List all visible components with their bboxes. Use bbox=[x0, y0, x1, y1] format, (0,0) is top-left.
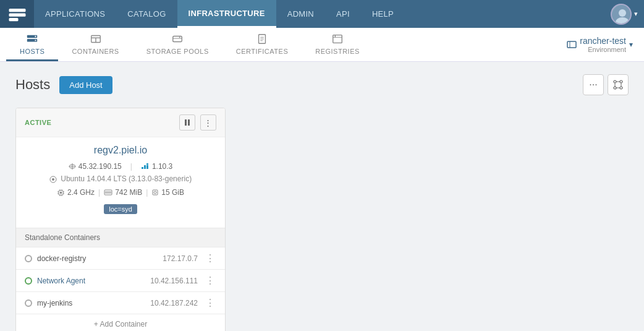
container-ip: 10.42.156.111 bbox=[150, 277, 198, 285]
svg-rect-42 bbox=[146, 165, 148, 167]
svg-point-27 bbox=[614, 87, 616, 89]
svg-point-45 bbox=[52, 178, 54, 181]
logo[interactable] bbox=[0, 0, 34, 28]
env-icon bbox=[567, 40, 577, 49]
host-card: ACTIVE ⋮ regv2.piel.io bbox=[15, 108, 226, 331]
host-storage: 15 GiB bbox=[151, 188, 184, 197]
svg-rect-62 bbox=[153, 190, 158, 195]
host-memory: 742 MiB bbox=[104, 188, 142, 197]
subnav-registries[interactable]: REGISTRIES bbox=[302, 28, 373, 61]
add-host-button[interactable]: Add Host bbox=[59, 76, 112, 94]
svg-point-15 bbox=[179, 37, 180, 38]
container-menu-button[interactable]: ⋮ bbox=[204, 252, 216, 264]
svg-point-9 bbox=[35, 40, 36, 41]
env-info: rancher-test Environment bbox=[580, 36, 626, 53]
toolbar-right: ··· bbox=[583, 74, 629, 95]
nav-items: APPLICATIONS CATALOG INFRASTRUCTURE ADMI… bbox=[34, 0, 611, 28]
host-card-body: regv2.piel.io 45.32.190.15 | bbox=[16, 137, 225, 228]
page-title: Hosts bbox=[15, 77, 50, 93]
host-cpu: 2.4 GHz bbox=[57, 188, 95, 197]
more-options-button[interactable]: ··· bbox=[583, 74, 604, 95]
svg-rect-33 bbox=[185, 119, 187, 126]
container-menu-button[interactable]: ⋮ bbox=[204, 275, 216, 286]
container-menu-button[interactable]: ⋮ bbox=[204, 297, 216, 309]
os-icon bbox=[49, 176, 57, 183]
svg-rect-34 bbox=[188, 119, 190, 126]
nav-infrastructure[interactable]: INFRASTRUCTURE bbox=[177, 0, 276, 28]
page-header: Hosts Add Host ··· bbox=[15, 74, 629, 95]
sub-nav: HOSTS CONTAINERS STORAGE POOLS CERTIFICA… bbox=[0, 28, 644, 62]
container-ip: 10.42.187.242 bbox=[150, 299, 198, 307]
container-row[interactable]: Network Agent 10.42.156.111 ⋮ bbox=[16, 269, 225, 291]
containers-section-header: Standalone Containers bbox=[16, 228, 225, 247]
pause-icon bbox=[184, 119, 190, 126]
standalone-containers: Standalone Containers docker-registry 17… bbox=[16, 228, 225, 331]
nav-api[interactable]: API bbox=[325, 0, 361, 28]
subnav-containers[interactable]: CONTAINERS bbox=[58, 28, 132, 61]
svg-rect-41 bbox=[144, 165, 146, 167]
add-container-button[interactable]: + Add Container bbox=[16, 314, 225, 331]
environment-selector[interactable]: rancher-test Environment ▾ bbox=[562, 33, 638, 56]
host-stats-row: 2.4 GHz | 742 MiB | bbox=[25, 188, 216, 197]
user-menu: ▾ bbox=[611, 4, 638, 25]
main-content: Hosts Add Host ··· ACTI bbox=[0, 62, 644, 331]
containers-icon bbox=[90, 33, 102, 45]
disk-icon bbox=[151, 189, 159, 196]
subnav-hosts[interactable]: HOSTS bbox=[6, 28, 58, 61]
user-menu-chevron[interactable]: ▾ bbox=[634, 10, 638, 18]
svg-rect-43 bbox=[146, 163, 148, 165]
env-selector-area: rancher-test Environment ▾ bbox=[562, 28, 638, 61]
top-nav: APPLICATIONS CATALOG INFRASTRUCTURE ADMI… bbox=[0, 0, 644, 28]
svg-rect-40 bbox=[146, 167, 148, 169]
hosts-icon bbox=[26, 33, 38, 45]
nav-applications[interactable]: APPLICATIONS bbox=[34, 0, 116, 28]
svg-rect-47 bbox=[60, 192, 62, 194]
svg-rect-23 bbox=[567, 41, 576, 48]
container-name[interactable]: docker-registry bbox=[37, 254, 163, 263]
graph-icon bbox=[613, 80, 623, 90]
host-status-badge: ACTIVE bbox=[25, 119, 179, 126]
host-os: Ubuntu 14.04.4 LTS (3.13.0-83-generic) bbox=[25, 174, 216, 183]
container-status-dot bbox=[25, 277, 32, 285]
host-pause-button[interactable] bbox=[179, 114, 195, 131]
certificates-icon bbox=[256, 33, 268, 45]
nav-admin[interactable]: ADMIN bbox=[276, 0, 325, 28]
host-ip: 45.32.190.15 bbox=[69, 162, 122, 171]
container-row[interactable]: my-jenkins 10.42.187.242 ⋮ bbox=[16, 291, 225, 314]
svg-rect-38 bbox=[142, 167, 143, 169]
container-row[interactable]: docker-registry 172.17.0.7 ⋮ bbox=[16, 247, 225, 269]
container-name[interactable]: Network Agent bbox=[37, 277, 150, 285]
avatar[interactable] bbox=[611, 4, 632, 25]
svg-point-26 bbox=[620, 80, 622, 83]
host-name[interactable]: regv2.piel.io bbox=[25, 145, 216, 156]
network-icon bbox=[69, 163, 76, 170]
host-tag[interactable]: loc=syd bbox=[104, 204, 137, 214]
svg-rect-39 bbox=[144, 167, 146, 169]
container-status-dot bbox=[25, 255, 32, 262]
nav-help[interactable]: HELP bbox=[361, 0, 405, 28]
svg-rect-13 bbox=[173, 36, 182, 41]
svg-point-4 bbox=[619, 9, 626, 17]
graph-view-button[interactable] bbox=[608, 74, 629, 95]
svg-point-8 bbox=[35, 35, 36, 37]
container-ip: 172.17.0.7 bbox=[163, 254, 198, 263]
container-name[interactable]: my-jenkins bbox=[37, 299, 150, 307]
svg-point-25 bbox=[614, 80, 616, 83]
subnav-storage-pools[interactable]: STORAGE POOLS bbox=[133, 28, 222, 61]
svg-rect-0 bbox=[9, 9, 25, 12]
storage-icon bbox=[171, 33, 184, 45]
svg-rect-1 bbox=[9, 13, 25, 16]
host-actions: ⋮ bbox=[179, 114, 216, 131]
nav-catalog[interactable]: CATALOG bbox=[116, 0, 177, 28]
container-status-dot bbox=[25, 299, 32, 307]
host-more-button[interactable]: ⋮ bbox=[200, 114, 216, 131]
env-chevron: ▾ bbox=[629, 40, 633, 49]
subnav-certificates[interactable]: CERTIFICATES bbox=[222, 28, 302, 61]
host-info-row: 45.32.190.15 | 1.10.3 bbox=[25, 162, 216, 171]
host-more-icon: ⋮ bbox=[204, 118, 213, 127]
host-card-header: ACTIVE ⋮ bbox=[16, 108, 225, 137]
svg-point-28 bbox=[620, 87, 622, 89]
more-options-icon: ··· bbox=[589, 79, 597, 90]
registries-icon bbox=[331, 33, 344, 45]
avatar-icon bbox=[612, 5, 632, 25]
